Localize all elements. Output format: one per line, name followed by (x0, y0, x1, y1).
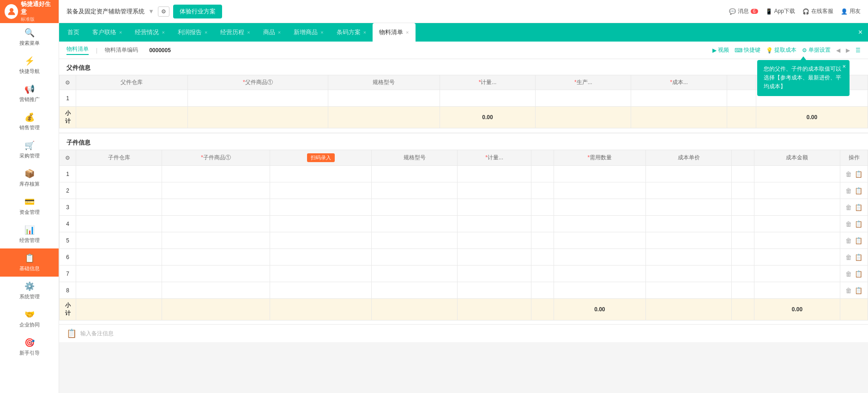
sidebar-item-finance[interactable]: 💳 资金管理 (0, 192, 59, 220)
delete-icon-1[interactable]: 🗑 (845, 170, 852, 178)
child-row-goods-1[interactable] (162, 166, 270, 182)
tab-profit[interactable]: 利润报告 × (171, 23, 214, 42)
child-row-unit-5[interactable] (458, 232, 531, 249)
copy-icon-3[interactable]: 📋 (855, 204, 862, 211)
tab-barcode-close[interactable]: × (363, 30, 366, 35)
copy-icon-2[interactable]: 📋 (855, 187, 862, 194)
delete-icon-8[interactable]: 🗑 (845, 287, 852, 294)
child-row-qty-6[interactable] (554, 249, 645, 266)
subheader-tab2[interactable]: 物料清单编码 (105, 46, 138, 54)
tab-bom[interactable]: 物料清单 × (373, 23, 415, 42)
navtabs-close-all[interactable]: × (855, 28, 866, 36)
child-row-unit-cost-6[interactable] (646, 249, 732, 266)
delete-icon-6[interactable]: 🗑 (845, 254, 852, 261)
sidebar-item-guide[interactable]: 🎯 新手引导 (0, 333, 59, 361)
message-button[interactable]: 💬 消息 6 (729, 7, 758, 15)
child-row-spec-5[interactable] (372, 232, 458, 249)
sidebar-item-cooperation[interactable]: 🤝 企业协同 (0, 305, 59, 333)
sidebar-item-system[interactable]: ⚙️ 系统管理 (0, 277, 59, 305)
delete-icon-4[interactable]: 🗑 (845, 220, 852, 228)
parent-row-produce[interactable] (536, 90, 631, 107)
child-row-qty-1[interactable] (554, 166, 645, 182)
child-row-qty-2[interactable] (554, 182, 645, 199)
child-row-qty-8[interactable] (554, 282, 645, 299)
child-row-unit-cost-8[interactable] (646, 282, 732, 299)
child-row-spec-4[interactable] (372, 216, 458, 232)
child-row-spec-3[interactable] (372, 199, 458, 216)
child-row-goods-6[interactable] (162, 249, 270, 266)
child-row-unit-cost-5[interactable] (646, 232, 732, 249)
child-row-scan-2[interactable] (270, 182, 371, 199)
sidebar-item-management[interactable]: 📊 经营管理 (0, 220, 59, 248)
child-row-spec-6[interactable] (372, 249, 458, 266)
child-row-unit-cost-4[interactable] (646, 216, 732, 232)
child-row-warehouse-8[interactable] (76, 282, 162, 299)
tab-operation[interactable]: 经营情况 × (128, 23, 171, 42)
child-row-unit-cost-2[interactable] (646, 182, 732, 199)
copy-icon-4[interactable]: 📋 (855, 220, 862, 228)
child-row-qty-4[interactable] (554, 216, 645, 232)
child-row-goods-5[interactable] (162, 232, 270, 249)
child-row-goods-8[interactable] (162, 282, 270, 299)
copy-icon-5[interactable]: 📋 (855, 237, 862, 244)
tab-new-goods-close[interactable]: × (320, 30, 323, 35)
copy-icon-7[interactable]: 📋 (855, 270, 862, 278)
child-row-goods-7[interactable] (162, 266, 270, 282)
child-row-goods-4[interactable] (162, 216, 270, 232)
child-row-unit-8[interactable] (458, 282, 531, 299)
child-row-qty-7[interactable] (554, 266, 645, 282)
tab-goods[interactable]: 商品 × (257, 23, 287, 42)
child-row-qty-5[interactable] (554, 232, 645, 249)
shortcut-action[interactable]: ⌨ 快捷键 (735, 46, 760, 54)
child-row-warehouse-4[interactable] (76, 216, 162, 232)
child-row-scan-8[interactable] (270, 282, 371, 299)
child-row-scan-1[interactable] (270, 166, 371, 182)
child-row-scan-4[interactable] (270, 216, 371, 232)
scan-button[interactable]: 扫码录入 (307, 153, 335, 162)
child-row-unit-1[interactable] (458, 166, 531, 182)
tab-profit-close[interactable]: × (205, 30, 207, 35)
child-row-unit-6[interactable] (458, 249, 531, 266)
dropdown-icon[interactable]: ▼ (148, 8, 154, 15)
child-row-unit-3[interactable] (458, 199, 531, 216)
note-text[interactable]: 输入备注信息 (80, 330, 114, 338)
sidebar-item-inventory[interactable]: 📦 库存核算 (0, 164, 59, 192)
grid-view-icon[interactable]: ☰ (856, 47, 861, 54)
child-row-unit-4[interactable] (458, 216, 531, 232)
tab-operation-close[interactable]: × (162, 30, 164, 35)
sidebar-item-basic[interactable]: 📋 基础信息 (0, 248, 59, 277)
tab-bom-close[interactable]: × (406, 30, 409, 35)
nav-prev[interactable]: ◀ (836, 47, 840, 54)
parent-row-cost[interactable] (631, 90, 727, 107)
child-row-qty-3[interactable] (554, 199, 645, 216)
parent-row-warehouse[interactable] (76, 90, 188, 107)
child-row-warehouse-7[interactable] (76, 266, 162, 282)
tab-history[interactable]: 经营历程 × (214, 23, 256, 42)
extract-cost-action[interactable]: 💡 提取成本 (766, 46, 796, 54)
child-row-unit-7[interactable] (458, 266, 531, 282)
parent-row-goods[interactable] (187, 90, 328, 107)
tab-customer-close[interactable]: × (119, 30, 122, 35)
nav-next[interactable]: ▶ (846, 47, 850, 54)
child-row-scan-7[interactable] (270, 266, 371, 282)
child-row-goods-3[interactable] (162, 199, 270, 216)
experience-button[interactable]: 体验行业方案 (173, 5, 222, 18)
copy-icon-8[interactable]: 📋 (855, 287, 862, 294)
child-row-scan-3[interactable] (270, 199, 371, 216)
tab-barcode[interactable]: 条码方案 × (330, 23, 373, 42)
child-row-warehouse-3[interactable] (76, 199, 162, 216)
gear-button[interactable]: ⚙ (158, 6, 169, 17)
parent-row-spec[interactable] (328, 90, 440, 107)
child-row-warehouse-5[interactable] (76, 232, 162, 249)
sidebar-item-purchase[interactable]: 🛒 采购管理 (0, 136, 59, 164)
child-row-goods-2[interactable] (162, 182, 270, 199)
sidebar-item-shortcut[interactable]: ⚡ 快捷导航 (0, 51, 59, 79)
parent-row-unit[interactable] (440, 90, 535, 107)
child-row-unit-cost-3[interactable] (646, 199, 732, 216)
child-row-warehouse-6[interactable] (76, 249, 162, 266)
tab-history-close[interactable]: × (247, 30, 250, 35)
user-menu[interactable]: 👤 用友 (841, 7, 861, 15)
sidebar-item-marketing[interactable]: 📢 营销推广 (0, 79, 59, 108)
child-row-scan-6[interactable] (270, 249, 371, 266)
delete-icon-5[interactable]: 🗑 (845, 237, 852, 244)
